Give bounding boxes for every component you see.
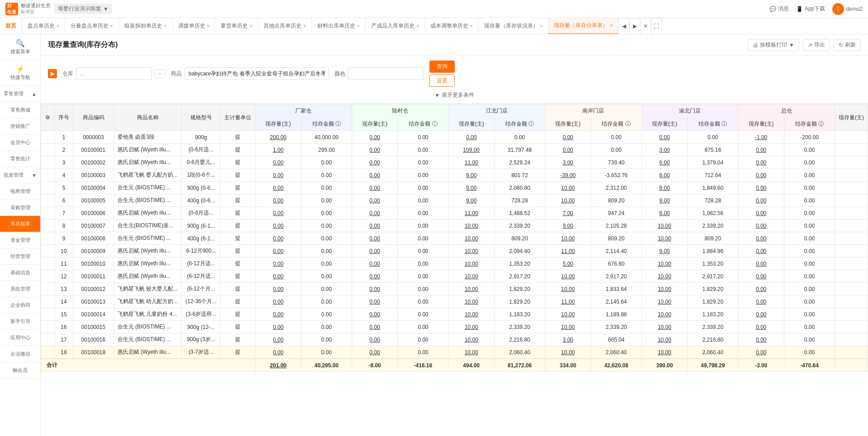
sidebar-item-inventory[interactable]: 库存核算 xyxy=(0,216,40,232)
luwu-qty[interactable]: 0.00 xyxy=(352,283,398,295)
luwu-qty[interactable]: 0.00 xyxy=(352,144,398,156)
tab-home[interactable]: 首页 xyxy=(0,18,22,34)
luwu-qty[interactable]: 0.00 xyxy=(352,321,398,333)
nanan-qty[interactable]: 0.00 xyxy=(545,131,591,144)
yubei-qty[interactable]: 10.00 xyxy=(642,333,688,346)
total-qty[interactable]: 0.00 xyxy=(738,144,784,156)
nav-next-button[interactable]: ▶ xyxy=(629,18,640,34)
user-menu[interactable]: E demo2 xyxy=(832,3,863,15)
sidebar-item-wholesale[interactable]: 批发管理 ▼ xyxy=(0,167,40,183)
tab-close-icon[interactable]: × xyxy=(164,23,167,28)
yubei-qty[interactable]: 10.00 xyxy=(642,270,688,283)
factory-qty[interactable]: 0.00 xyxy=(255,232,302,245)
total-qty[interactable]: 0.00 xyxy=(738,245,784,258)
jiangbei-qty[interactable]: 10.00 xyxy=(448,245,495,258)
yubei-qty[interactable]: 10.00 xyxy=(642,258,688,270)
luwu-qty[interactable]: 0.00 xyxy=(352,194,398,207)
yubei-qty[interactable]: 10.00 xyxy=(642,220,688,232)
warehouse-input[interactable] xyxy=(76,67,152,80)
nanan-qty[interactable]: 5.00 xyxy=(545,258,591,270)
factory-qty[interactable]: 0.00 xyxy=(255,308,302,321)
tab-close-icon[interactable]: × xyxy=(470,23,473,28)
print-button[interactable]: 🖨 按模板打印 ▼ xyxy=(748,39,799,51)
jiangbei-qty[interactable]: 10.00 xyxy=(448,220,495,232)
color-input[interactable] xyxy=(348,67,424,80)
tab-material-history[interactable]: 材料出库单历史× xyxy=(312,18,366,34)
luwu-qty[interactable]: 0.00 xyxy=(352,258,398,270)
expand-orange-button[interactable]: ▶ xyxy=(48,69,57,78)
total-qty[interactable]: 0.00 xyxy=(738,220,784,232)
luwu-qty[interactable]: 0.00 xyxy=(352,182,398,194)
jiangbei-qty[interactable]: 9.00 xyxy=(448,194,495,207)
factory-qty[interactable]: 0.00 xyxy=(255,258,302,270)
warehouse-dots-button[interactable]: ··· xyxy=(155,69,165,78)
factory-qty[interactable]: 0.00 xyxy=(255,156,302,169)
tab-cost-history[interactable]: 成本调整单历史× xyxy=(425,18,479,34)
yubei-qty[interactable]: 3.00 xyxy=(642,144,688,156)
summary-factory-qty[interactable]: 201.00 xyxy=(255,359,302,372)
yubei-qty[interactable]: 6.00 xyxy=(642,156,688,169)
sidebar-item-search[interactable]: 🔍 搜索英单 xyxy=(0,34,40,60)
nav-expand-button[interactable]: ⛶ xyxy=(651,18,662,34)
total-qty[interactable]: 0.00 xyxy=(738,283,784,295)
yubei-qty[interactable]: 10.00 xyxy=(642,295,688,308)
settings-button[interactable]: 设置 xyxy=(429,75,455,87)
jiangbei-qty[interactable]: 9.00 xyxy=(448,169,495,182)
tab-stock-distribution[interactable]: 现存量（库存分布表）× xyxy=(548,18,618,34)
sidebar-item-ecommerce[interactable]: 电商管理 xyxy=(0,183,40,200)
sidebar-item-basic-info[interactable]: 基础信息 xyxy=(0,265,40,281)
tab-close-icon[interactable]: × xyxy=(207,23,210,28)
sidebar-item-member2[interactable]: 畅会员 xyxy=(0,362,40,379)
nanan-qty[interactable]: 10.00 xyxy=(545,232,591,245)
table-area[interactable]: ⚙ 序号 商品编码 商品名称 规格型号 主计量单位 厂家仓 陆村仓 江北门店 南… xyxy=(41,104,868,436)
tab-order-history[interactable]: 要货单历史× xyxy=(215,18,258,34)
jiangbei-qty[interactable]: 11.00 xyxy=(448,207,495,220)
nanan-qty[interactable]: 11.00 xyxy=(545,245,591,258)
jiangbei-qty[interactable]: 10.00 xyxy=(448,283,495,295)
nanan-qty[interactable]: 10.00 xyxy=(545,346,591,359)
nanan-qty[interactable]: 10.00 xyxy=(545,283,591,295)
jiangbei-qty[interactable]: 10.00 xyxy=(448,270,495,283)
sidebar-item-app-center[interactable]: 应用中心 xyxy=(0,330,40,346)
tab-close-icon[interactable]: × xyxy=(110,23,113,28)
luwu-qty[interactable]: 0.00 xyxy=(352,131,398,144)
total-qty[interactable]: 0.00 xyxy=(738,169,784,182)
jiangbei-qty[interactable]: 10.00 xyxy=(448,308,495,321)
sidebar-item-enterprise[interactable]: 企业协同 xyxy=(0,297,40,314)
factory-qty[interactable]: 0.00 xyxy=(255,295,302,308)
nanan-qty[interactable]: 3.00 xyxy=(545,333,591,346)
factory-qty[interactable]: 0.00 xyxy=(255,182,302,194)
luwu-qty[interactable]: 0.00 xyxy=(352,295,398,308)
total-qty[interactable]: 0.00 xyxy=(738,207,784,220)
factory-qty[interactable]: 0.00 xyxy=(255,194,302,207)
tab-close-icon[interactable]: × xyxy=(357,23,360,28)
total-qty[interactable]: 0.00 xyxy=(738,156,784,169)
industry-select[interactable]: 母婴行业演示陈套 ▼ xyxy=(54,4,112,14)
jiangbei-qty[interactable]: 0.00 xyxy=(448,131,495,144)
nanan-qty[interactable]: 10.00 xyxy=(545,194,591,207)
nanan-qty[interactable]: 10.00 xyxy=(545,308,591,321)
tab-outbound-history[interactable]: 其他出库单历史× xyxy=(258,18,312,34)
tab-close-icon[interactable]: × xyxy=(540,23,543,28)
sidebar-item-retail-mgmt[interactable]: 零售管理 ▲ xyxy=(0,86,40,102)
factory-qty[interactable]: 0.00 xyxy=(255,283,302,295)
sidebar-item-wechat[interactable]: 企业微信 xyxy=(0,346,40,362)
sidebar-item-system[interactable]: 系统管理 xyxy=(0,281,40,297)
jiangbei-qty[interactable]: 10.00 xyxy=(448,295,495,308)
sidebar-item-guide[interactable]: 新手引导 xyxy=(0,314,40,330)
yubei-qty[interactable]: 9.00 xyxy=(642,194,688,207)
luwu-qty[interactable]: 0.00 xyxy=(352,207,398,220)
tab-close-icon[interactable]: × xyxy=(416,23,419,28)
jiangbei-qty[interactable]: 10.00 xyxy=(448,346,495,359)
factory-qty[interactable]: 0.00 xyxy=(255,346,302,359)
total-qty[interactable]: 0.00 xyxy=(738,321,784,333)
jiangbei-qty[interactable]: 10.00 xyxy=(448,232,495,245)
jiangbei-qty[interactable]: 11.00 xyxy=(448,156,495,169)
export-button[interactable]: ↗ 导出 xyxy=(803,39,830,51)
yubei-qty[interactable]: 10.00 xyxy=(642,321,688,333)
luwu-qty[interactable]: 0.00 xyxy=(352,333,398,346)
yubei-qty[interactable]: 8.00 xyxy=(642,207,688,220)
tab-stock-status[interactable]: 现存量（库存状况表）× xyxy=(479,18,549,34)
total-qty[interactable]: 0.00 xyxy=(738,232,784,245)
luwu-qty[interactable]: 0.00 xyxy=(352,169,398,182)
